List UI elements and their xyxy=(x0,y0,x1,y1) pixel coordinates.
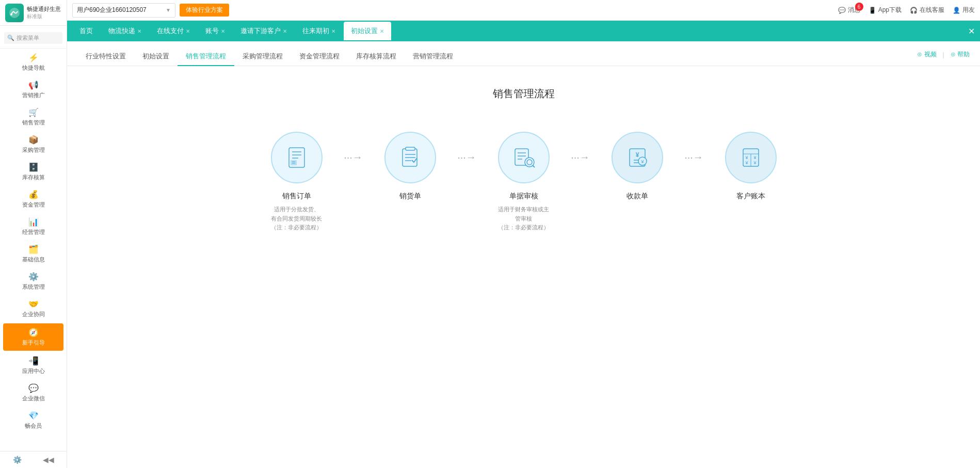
video-help-button[interactable]: ⊙ 视频 xyxy=(917,50,936,59)
divider: | xyxy=(943,51,944,58)
collab-icon: 🤝 xyxy=(28,299,39,309)
arrow-3-icon: ···→ xyxy=(571,151,590,163)
tab-home[interactable]: 首页 xyxy=(72,22,100,40)
help-button[interactable]: ⊙ 帮助 xyxy=(951,50,970,59)
main-wrapper: 首页 物流快递 ✕ 在线支付 ✕ 账号 ✕ 邀请下游客户 ✕ 往来期初 ✕ 初始… xyxy=(67,21,980,468)
svg-text:¥: ¥ xyxy=(635,151,639,159)
svg-rect-6 xyxy=(291,160,297,165)
svg-text:¥: ¥ xyxy=(745,155,748,160)
sidebar-item-inventory[interactable]: 🗄️ 库存核算 xyxy=(0,158,67,185)
app-download-icon: 📱 xyxy=(869,7,876,14)
sidebar-item-app-center[interactable]: 📲 应用中心 xyxy=(0,352,67,379)
sidebar-item-operations[interactable]: 📊 经营管理 xyxy=(0,213,67,240)
audit-desc: 适用于财务审核或主管审核（注：非必要流程） xyxy=(498,205,549,232)
header-right: 💬 消息 6 📱 App下载 🎧 在线客服 👤 用友 xyxy=(838,6,975,14)
ledger-name: 客户账本 xyxy=(736,192,765,201)
sidebar-search[interactable]: 🔍 搜索菜单 xyxy=(0,28,67,49)
audit-name: 单据审核 xyxy=(509,192,538,201)
sidebar-item-wechat[interactable]: 💬 企业微信 xyxy=(0,379,67,407)
sidebar-item-label: 基础信息 xyxy=(22,256,45,263)
sub-tab-finance-flow-label: 资金管理流程 xyxy=(299,52,340,60)
svg-text:¥: ¥ xyxy=(640,159,644,164)
sub-tab-right-actions: ⊙ 视频 | ⊙ 帮助 xyxy=(917,50,970,63)
app-logo-icon xyxy=(5,4,24,22)
sub-tab-sales-flow[interactable]: 销售管理流程 xyxy=(178,48,234,66)
sub-tab-industry[interactable]: 行业特性设置 xyxy=(77,48,134,66)
flow-container: 销售管理流程 销售订 xyxy=(67,66,980,253)
marketing-icon: 📢 xyxy=(28,80,39,90)
collapse-button[interactable]: ◀◀ xyxy=(43,456,54,464)
message-badge: 6 xyxy=(855,3,863,11)
svg-point-1 xyxy=(10,13,12,15)
tab-period-close-icon[interactable]: ✕ xyxy=(331,28,335,34)
tab-period[interactable]: 往来期初 ✕ xyxy=(295,22,343,40)
sidebar-item-sales[interactable]: 🛒 销售管理 xyxy=(0,103,67,131)
tab-invite[interactable]: 邀请下游客户 ✕ xyxy=(233,22,294,40)
tab-home-label: 首页 xyxy=(79,26,93,36)
search-icon: 🔍 xyxy=(7,35,14,41)
tab-invite-close-icon[interactable]: ✕ xyxy=(283,28,287,34)
user-selector[interactable]: 用户690企业1660120507 ▼ xyxy=(72,3,175,18)
flow-steps: 销售订单 适用于分批发货、有合同发货周期较长（注：非必要流程） ···→ xyxy=(77,132,970,232)
svg-line-20 xyxy=(533,165,535,167)
settings-button[interactable]: ⚙️ xyxy=(13,456,22,464)
tab-account-close-icon[interactable]: ✕ xyxy=(221,28,225,34)
customer-service-button[interactable]: 🎧 在线客服 xyxy=(910,6,944,14)
tab-invite-label: 邀请下游客户 xyxy=(240,26,281,36)
sidebar-item-label: 快捷导航 xyxy=(22,64,45,72)
svg-text:¥: ¥ xyxy=(745,160,748,165)
svg-text:¥: ¥ xyxy=(753,160,757,165)
inventory-icon: 🗄️ xyxy=(28,162,39,172)
tab-payment-close-icon[interactable]: ✕ xyxy=(186,28,190,34)
sub-tab-marketing-flow[interactable]: 营销管理流程 xyxy=(405,48,461,66)
sidebar-item-system[interactable]: ⚙️ 系统管理 xyxy=(0,268,67,295)
sidebar: 畅捷通好生意 标准版 🔍 搜索菜单 ⚡ 快捷导航 📢 营销推广 🛒 销售管理 📦… xyxy=(0,0,67,468)
flow-step-sales-order: 销售订单 适用于分批发货、有合同发货周期较长（注：非必要流程） xyxy=(255,132,338,232)
sidebar-item-label: 新手引导 xyxy=(22,339,45,347)
sidebar-item-quick-nav[interactable]: ⚡ 快捷导航 xyxy=(0,49,67,76)
sub-tab-init[interactable]: 初始设置 xyxy=(134,48,178,66)
sub-tab-purchase-flow[interactable]: 采购管理流程 xyxy=(234,48,291,66)
content-page: 行业特性设置 初始设置 销售管理流程 采购管理流程 资金管理流程 库存核算流程 … xyxy=(67,41,980,468)
tab-account[interactable]: 账号 ✕ xyxy=(198,22,232,40)
app-center-icon: 📲 xyxy=(28,356,39,366)
sidebar-item-label: 畅会员 xyxy=(25,422,42,430)
message-button[interactable]: 💬 消息 6 xyxy=(838,6,860,14)
sub-tab-inventory-flow[interactable]: 库存核算流程 xyxy=(348,48,405,66)
tab-logistics-close-icon[interactable]: ✕ xyxy=(137,28,141,34)
user-profile-button[interactable]: 👤 用友 xyxy=(953,6,975,14)
tab-payment[interactable]: 在线支付 ✕ xyxy=(150,22,197,40)
customer-service-label: 在线客服 xyxy=(920,6,944,14)
member-icon: 💎 xyxy=(28,411,39,420)
customer-service-icon: 🎧 xyxy=(910,7,918,14)
sidebar-item-purchase[interactable]: 📦 采购管理 xyxy=(0,131,67,158)
close-all-tabs-button[interactable]: ✕ xyxy=(968,26,975,36)
sub-tab-finance-flow[interactable]: 资金管理流程 xyxy=(291,48,348,66)
dropdown-arrow-icon: ▼ xyxy=(166,7,171,13)
sidebar-item-label: 销售管理 xyxy=(22,119,45,127)
sidebar-item-member[interactable]: 💎 畅会员 xyxy=(0,407,67,434)
user-avatar-icon: 👤 xyxy=(953,7,960,14)
app-name: 畅捷通好生意 xyxy=(27,5,61,13)
trial-button[interactable]: 体验行业方案 xyxy=(180,4,229,17)
tab-payment-label: 在线支付 xyxy=(157,26,184,36)
sidebar-item-basic-info[interactable]: 🗂️ 基础信息 xyxy=(0,240,67,268)
svg-text:¥: ¥ xyxy=(753,155,757,160)
sales-order-circle xyxy=(271,132,323,183)
tab-init-settings-close-icon[interactable]: ✕ xyxy=(380,28,384,34)
sales-icon: 🛒 xyxy=(28,107,39,117)
arrow-2-icon: ···→ xyxy=(457,151,476,163)
tab-logistics[interactable]: 物流快递 ✕ xyxy=(101,22,149,40)
system-icon: ⚙️ xyxy=(28,272,39,282)
sidebar-item-marketing[interactable]: 📢 营销推广 xyxy=(0,76,67,103)
sidebar-item-enterprise-collab[interactable]: 🤝 企业协同 xyxy=(0,295,67,322)
wechat-icon: 💬 xyxy=(28,383,39,393)
sub-tab-sales-flow-label: 销售管理流程 xyxy=(186,52,226,60)
sidebar-item-finance[interactable]: 💰 资金管理 xyxy=(0,185,67,213)
sales-order-desc: 适用于分批发货、有合同发货周期较长（注：非必要流程） xyxy=(271,205,322,232)
tab-init-settings-label: 初始设置 xyxy=(351,26,378,36)
app-download-button[interactable]: 📱 App下载 xyxy=(869,6,902,14)
sidebar-item-label: 库存核算 xyxy=(22,174,45,181)
tab-init-settings[interactable]: 初始设置 ✕ xyxy=(344,22,391,40)
sidebar-item-guide[interactable]: 🧭 新手引导 xyxy=(3,323,63,351)
